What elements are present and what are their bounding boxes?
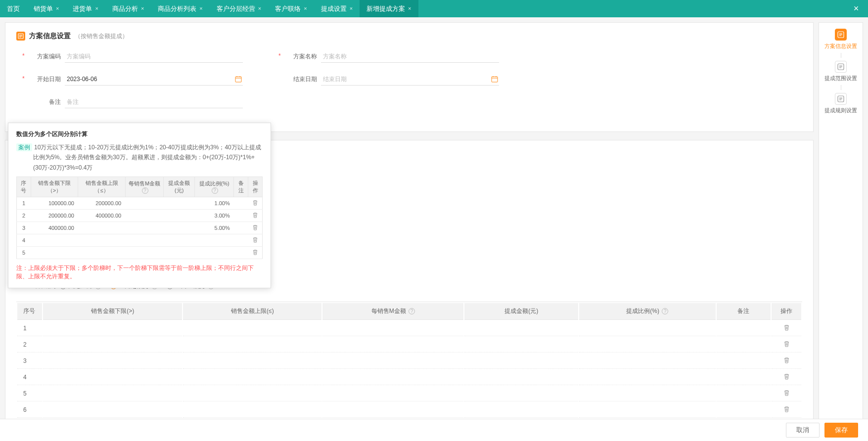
table-row[interactable]: 3 xyxy=(17,353,801,369)
cell xyxy=(125,210,164,222)
cell[interactable] xyxy=(43,402,182,418)
close-icon[interactable]: × xyxy=(95,0,98,17)
close-all-tabs-button[interactable]: × xyxy=(849,0,863,17)
table-row[interactable]: 1 xyxy=(17,321,801,336)
close-icon[interactable]: × xyxy=(199,0,202,17)
table-header: 备注 xyxy=(234,177,248,197)
trash-icon[interactable] xyxy=(252,237,258,243)
close-icon[interactable]: × xyxy=(56,0,59,17)
cell[interactable] xyxy=(322,370,463,385)
cell xyxy=(31,234,78,247)
cell[interactable] xyxy=(579,386,716,401)
cell[interactable] xyxy=(579,402,716,418)
close-icon[interactable]: × xyxy=(141,0,144,17)
help-icon: ? xyxy=(142,187,148,194)
close-icon[interactable]: × xyxy=(350,0,353,17)
cell xyxy=(234,247,248,259)
cell xyxy=(164,210,195,222)
table-header: 操作 xyxy=(248,177,263,197)
cell[interactable] xyxy=(717,386,771,401)
help-icon[interactable]: ? xyxy=(409,308,415,314)
tab-label: 进货单 xyxy=(73,0,92,17)
close-icon[interactable]: × xyxy=(304,0,307,17)
tab-进货单[interactable]: 进货单× xyxy=(66,0,105,17)
trash-icon[interactable] xyxy=(252,200,258,206)
table-row[interactable]: 6 xyxy=(17,402,801,418)
save-button[interactable]: 保存 xyxy=(824,423,858,438)
cell[interactable] xyxy=(43,337,182,353)
cell[interactable] xyxy=(464,353,578,369)
cell[interactable] xyxy=(183,321,321,336)
tab-商品分析列表[interactable]: 商品分析列表× xyxy=(151,0,209,17)
cell: 400000.00 xyxy=(31,222,78,234)
calendar-icon[interactable] xyxy=(491,76,498,83)
tab-新增提成方案[interactable]: 新增提成方案× xyxy=(360,0,418,17)
cell[interactable] xyxy=(183,386,321,401)
tab-销货单[interactable]: 销货单× xyxy=(27,0,66,17)
cell[interactable] xyxy=(717,321,771,336)
cell[interactable] xyxy=(464,337,578,353)
step-nav-item[interactable]: 提成范围设置 xyxy=(822,60,859,83)
cell[interactable] xyxy=(717,353,771,369)
trash-icon[interactable] xyxy=(783,341,790,347)
cell[interactable] xyxy=(464,402,578,418)
trash-icon[interactable] xyxy=(783,390,790,396)
trash-icon[interactable] xyxy=(783,373,790,380)
cell: 1.00% xyxy=(195,197,234,210)
trash-icon[interactable] xyxy=(783,324,790,331)
close-icon[interactable]: × xyxy=(258,0,261,17)
code-input[interactable] xyxy=(65,50,243,63)
cell[interactable] xyxy=(43,386,182,401)
table-row[interactable]: 5 xyxy=(17,386,801,401)
close-icon[interactable]: × xyxy=(408,0,411,17)
cell[interactable] xyxy=(322,353,463,369)
name-input[interactable] xyxy=(321,50,499,63)
tab-首页[interactable]: 首页 xyxy=(0,0,27,17)
cell[interactable] xyxy=(464,386,578,401)
cell[interactable] xyxy=(579,321,716,336)
table-row[interactable]: 4 xyxy=(17,370,801,385)
cell[interactable] xyxy=(322,321,463,336)
calendar-icon[interactable] xyxy=(235,76,242,83)
table-row[interactable]: 2 xyxy=(17,337,801,353)
tab-客户联络[interactable]: 客户联络× xyxy=(268,0,314,17)
end-date-input[interactable] xyxy=(321,73,499,86)
cell[interactable] xyxy=(43,353,182,369)
trash-icon[interactable] xyxy=(252,249,258,255)
tab-提成设置[interactable]: 提成设置× xyxy=(314,0,360,17)
help-icon[interactable]: ? xyxy=(662,308,668,314)
trash-icon[interactable] xyxy=(783,406,790,412)
cell[interactable] xyxy=(579,370,716,385)
cell[interactable] xyxy=(322,402,463,418)
table-row: 3400000.005.00% xyxy=(17,222,263,234)
cell[interactable] xyxy=(183,402,321,418)
cell[interactable] xyxy=(183,337,321,353)
cell[interactable] xyxy=(579,353,716,369)
cell[interactable] xyxy=(717,337,771,353)
cell xyxy=(234,210,248,222)
remark-input[interactable] xyxy=(65,95,243,108)
cell[interactable] xyxy=(43,370,182,385)
step-nav-item[interactable]: 方案信息设置 xyxy=(822,28,859,51)
trash-icon[interactable] xyxy=(252,212,258,218)
step-nav-item[interactable]: 提成规则设置 xyxy=(822,92,859,115)
cell[interactable] xyxy=(322,337,463,353)
cell[interactable] xyxy=(464,321,578,336)
cell[interactable] xyxy=(579,337,716,353)
tab-商品分析[interactable]: 商品分析× xyxy=(105,0,151,17)
trash-icon[interactable] xyxy=(783,357,790,363)
cell[interactable] xyxy=(464,370,578,385)
cell[interactable] xyxy=(717,370,771,385)
table-header: 提成金额(元) xyxy=(164,177,195,197)
trash-icon[interactable] xyxy=(252,224,258,230)
cell xyxy=(164,197,195,210)
table-row: 4 xyxy=(17,234,263,247)
cell[interactable] xyxy=(183,353,321,369)
start-date-input[interactable] xyxy=(65,73,243,86)
cell[interactable] xyxy=(322,386,463,401)
tab-客户分层经营[interactable]: 客户分层经营× xyxy=(210,0,268,17)
cell[interactable] xyxy=(717,402,771,418)
cell[interactable] xyxy=(43,321,182,336)
cell[interactable] xyxy=(183,370,321,385)
cancel-button[interactable]: 取消 xyxy=(786,423,820,438)
